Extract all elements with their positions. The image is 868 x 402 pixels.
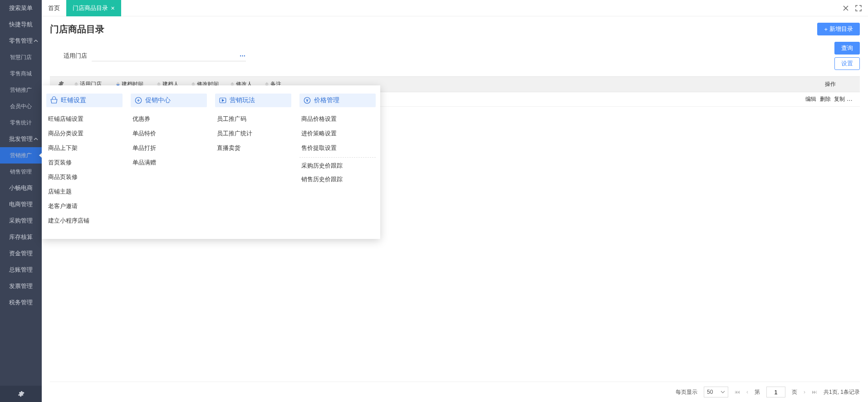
store-filter-label: 适用门店 — [64, 52, 87, 60]
page-summary: 共1页, 1条记录 — [824, 388, 860, 396]
page-word-post: 页 — [792, 388, 797, 396]
sidebar-item-retail-stats[interactable]: 零售统计 — [0, 114, 42, 131]
close-icon[interactable]: ✕ — [111, 0, 115, 16]
popover-item[interactable]: 采购历史价跟踪 — [299, 157, 376, 172]
popover-item[interactable]: 商品上下架 — [46, 141, 123, 155]
sidebar-group-funds[interactable]: 资金管理 — [0, 245, 42, 262]
sidebar: 搜索菜单 快捷导航 零售管理 智慧门店 零售商城 营销推广 会员中心 零售统计 … — [0, 0, 42, 402]
popover-item[interactable]: 店铺主题 — [46, 184, 123, 199]
sidebar-group-label: 零售管理 — [9, 37, 33, 45]
sidebar-group-ecommerce[interactable]: 电商管理 — [0, 196, 42, 213]
popover-item[interactable]: 商品页装修 — [46, 170, 123, 184]
popover-item[interactable]: 单品特价 — [131, 126, 207, 141]
store-filter-input[interactable]: ⋯ — [92, 50, 246, 61]
sidebar-settings[interactable] — [0, 386, 42, 402]
popover-item[interactable]: 优惠券 — [131, 112, 207, 126]
marketing-icon — [219, 96, 227, 104]
plus-icon: + — [824, 26, 828, 33]
popover-item[interactable]: 旺铺店铺设置 — [46, 112, 123, 126]
page-word-pre: 第 — [755, 388, 760, 396]
sidebar-group-wholesale[interactable]: 批发管理 — [0, 131, 42, 147]
pager-prev[interactable]: ‹ — [746, 389, 748, 395]
popover-item[interactable]: 单品打折 — [131, 141, 207, 155]
sidebar-group-procure[interactable]: 采购管理 — [0, 213, 42, 229]
add-catalog-button[interactable]: + 新增目录 — [817, 23, 860, 35]
shop-icon — [50, 96, 58, 104]
tab-store-catalog[interactable]: 门店商品目录 ✕ — [66, 0, 121, 16]
popover-col-header: 价格管理 — [299, 94, 376, 107]
pager-first[interactable]: ⏮ — [735, 389, 740, 395]
settings-button[interactable]: 设置 — [834, 57, 860, 70]
popover-item[interactable]: 员工推广码 — [215, 112, 291, 126]
op-edit[interactable]: 编辑 — [805, 96, 816, 102]
price-icon — [303, 96, 311, 104]
per-page-select[interactable]: 50 — [704, 387, 728, 397]
popover-item[interactable]: 员工推广统计 — [215, 126, 291, 141]
popover-item[interactable]: 直播卖货 — [215, 141, 291, 155]
op-view[interactable]: 查看 — [848, 96, 859, 102]
sidebar-group-ledger[interactable]: 总账管理 — [0, 262, 42, 278]
sidebar-item-sales-mgmt[interactable]: 销售管理 — [0, 164, 42, 180]
page-title: 门店商品目录 — [50, 23, 104, 35]
pagination-bar: 每页显示 50 ⏮ ‹ 第 页 › ⏭ 共1页, 1条记录 — [50, 382, 860, 397]
more-icon[interactable]: ⋯ — [240, 52, 246, 59]
filter-row: 适用门店 ⋯ 查询 设置 — [42, 40, 868, 76]
popover-item[interactable]: 老客户邀请 — [46, 199, 123, 213]
sidebar-item-smart-store[interactable]: 智慧门店 — [0, 49, 42, 65]
page-header: 门店商品目录 + 新增目录 — [42, 16, 868, 40]
popover-col-header: 促销中心 — [131, 94, 207, 107]
popover-item[interactable]: 单品满赠 — [131, 155, 207, 170]
popover-item[interactable]: 进价策略设置 — [299, 126, 376, 141]
tabs-close-all-icon[interactable] — [843, 5, 849, 11]
sidebar-item-wholesale-marketing[interactable]: 营销推广 — [0, 147, 42, 164]
popover-col-marketing-play: 营销玩法 员工推广码 员工推广统计 直播卖货 — [215, 94, 291, 228]
sidebar-item-member-center[interactable]: 会员中心 — [0, 98, 42, 114]
popover-col-header: 营销玩法 — [215, 94, 291, 107]
marketing-popover: 旺铺设置 旺铺店铺设置 商品分类设置 商品上下架 首页装修 商品页装修 店铺主题… — [42, 85, 380, 239]
popover-col-promo-center: 促销中心 优惠券 单品特价 单品打折 单品满赠 — [131, 94, 207, 228]
popover-item[interactable]: 售价提取设置 — [299, 141, 376, 155]
tab-label: 门店商品目录 — [73, 0, 108, 16]
chevron-down-icon — [721, 390, 725, 394]
sidebar-group-xiaochang[interactable]: 小畅电商 — [0, 180, 42, 196]
query-button[interactable]: 查询 — [834, 42, 860, 55]
op-copy[interactable]: 复制 — [834, 96, 845, 102]
sidebar-group-label: 批发管理 — [9, 135, 33, 143]
main-area: 首页 门店商品目录 ✕ 门店商品目录 + 新增目录 — [42, 0, 868, 402]
popover-item[interactable]: 销售历史价跟踪 — [299, 172, 376, 187]
gear-icon — [17, 390, 25, 397]
sidebar-group-retail[interactable]: 零售管理 — [0, 33, 42, 49]
sidebar-group-tax[interactable]: 税务管理 — [0, 294, 42, 311]
store-filter-field: 适用门店 ⋯ — [64, 50, 246, 61]
per-page-label: 每页显示 — [676, 388, 697, 396]
popover-col-header: 旺铺设置 — [46, 94, 123, 107]
sidebar-search-menu[interactable]: 搜索菜单 — [0, 0, 42, 16]
popover-item[interactable]: 建立小程序店铺 — [46, 213, 123, 228]
sidebar-quicknav[interactable]: 快捷导航 — [0, 16, 42, 33]
popover-col-shop-settings: 旺铺设置 旺铺店铺设置 商品分类设置 商品上下架 首页装修 商品页装修 店铺主题… — [46, 94, 123, 228]
popover-item[interactable]: 商品分类设置 — [46, 126, 123, 141]
sidebar-item-retail-marketing[interactable]: 营销推广 — [0, 82, 42, 98]
promo-icon — [134, 96, 142, 104]
popover-col-price-mgmt: 价格管理 商品价格设置 进价策略设置 售价提取设置 采购历史价跟踪 销售历史价跟… — [299, 94, 376, 228]
sidebar-item-label: 营销推广 — [10, 152, 32, 159]
sidebar-item-retail-mall[interactable]: 零售商城 — [0, 65, 42, 82]
sidebar-group-invoice[interactable]: 发票管理 — [0, 278, 42, 294]
fullscreen-icon[interactable] — [855, 5, 862, 11]
button-label: 新增目录 — [829, 25, 853, 33]
pager-last[interactable]: ⏭ — [812, 389, 817, 395]
col-ops: 操作 — [801, 77, 860, 92]
popover-item[interactable]: 首页装修 — [46, 155, 123, 170]
caret-up-icon — [34, 137, 38, 141]
pager-next[interactable]: › — [804, 389, 805, 395]
cell-ops: 编辑 删除 复制 查看 — [801, 92, 860, 107]
sidebar-group-inventory[interactable]: 库存核算 — [0, 229, 42, 245]
page-input[interactable] — [766, 387, 785, 397]
tabs-row: 首页 门店商品目录 ✕ — [42, 0, 868, 16]
op-delete[interactable]: 删除 — [820, 96, 831, 102]
popover-item[interactable]: 商品价格设置 — [299, 112, 376, 126]
caret-up-icon — [34, 39, 38, 43]
tab-home[interactable]: 首页 — [42, 0, 66, 16]
